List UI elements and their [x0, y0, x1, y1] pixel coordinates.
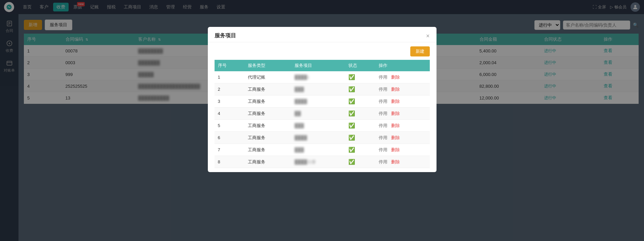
- status-check-icon: ✅: [348, 123, 355, 128]
- modal-body: 新建 序号 服务类型 服务项目 状态 操作 1 代理记账 ████1 ✅: [208, 42, 437, 172]
- modal-close-button[interactable]: ×: [426, 33, 430, 39]
- modal-cell-item: ████: [291, 95, 345, 108]
- modal-col-seq: 序号: [215, 60, 244, 71]
- modal-cell-action[interactable]: 停用 删除: [375, 83, 430, 95]
- delete-button[interactable]: 删除: [391, 123, 400, 128]
- modal-table-row: 8 工商服务 ████注册 ✅ 停用 删除: [215, 156, 430, 168]
- modal-table-row: 7 工商服务 ███ ✅ 停用 删除: [215, 144, 430, 156]
- modal-title: 服务项目: [215, 32, 236, 39]
- modal-cell-status: ✅: [345, 144, 375, 156]
- modal-cell-status: ✅: [345, 108, 375, 120]
- modal-cell-item: ███: [291, 120, 345, 132]
- modal-col-status: 状态: [345, 60, 375, 71]
- modal-cell-seq: 2: [215, 83, 244, 95]
- modal-cell-status: ✅: [345, 71, 375, 83]
- modal-cell-action[interactable]: 停用 删除: [375, 144, 430, 156]
- modal-toolbar: 新建: [215, 46, 430, 56]
- modal-cell-type: 工商服务: [244, 144, 291, 156]
- modal-cell-status: ✅: [345, 120, 375, 132]
- delete-button[interactable]: 删除: [391, 159, 400, 164]
- stop-button[interactable]: 停用: [379, 159, 387, 164]
- modal-cell-type: 工商服务: [244, 132, 291, 144]
- stop-button[interactable]: 停用: [379, 123, 387, 128]
- modal-cell-item: ███: [291, 144, 345, 156]
- modal-table-row: 1 代理记账 ████1 ✅ 停用 删除: [215, 71, 430, 83]
- modal-cell-status: ✅: [345, 83, 375, 95]
- modal-col-type: 服务类型: [244, 60, 291, 71]
- status-check-icon: ✅: [348, 135, 355, 140]
- modal-header: 服务项目 ×: [208, 27, 437, 42]
- modal-col-item: 服务项目: [291, 60, 345, 71]
- modal-cell-action[interactable]: 停用 删除: [375, 156, 430, 168]
- delete-button[interactable]: 删除: [391, 147, 400, 152]
- modal-new-button[interactable]: 新建: [410, 46, 430, 56]
- delete-button[interactable]: 删除: [391, 99, 400, 104]
- modal-table: 序号 服务类型 服务项目 状态 操作 1 代理记账 ████1 ✅ 停用 删除 …: [215, 60, 430, 168]
- modal-cell-seq: 8: [215, 156, 244, 168]
- modal-cell-seq: 5: [215, 120, 244, 132]
- delete-button[interactable]: 删除: [391, 87, 400, 92]
- modal-cell-status: ✅: [345, 95, 375, 108]
- modal-cell-item: ██: [291, 108, 345, 120]
- status-check-icon: ✅: [348, 159, 355, 165]
- modal-table-row: 4 工商服务 ██ ✅ 停用 删除: [215, 108, 430, 120]
- modal-col-action: 操作: [375, 60, 430, 71]
- modal-cell-seq: 6: [215, 132, 244, 144]
- modal-cell-seq: 4: [215, 108, 244, 120]
- modal-table-row: 6 工商服务 ████ ✅ 停用 删除: [215, 132, 430, 144]
- modal-table-row: 2 工商服务 ███ ✅ 停用 删除: [215, 83, 430, 95]
- stop-button[interactable]: 停用: [379, 147, 387, 152]
- modal-table-row: 5 工商服务 ███ ✅ 停用 删除: [215, 120, 430, 132]
- modal-cell-item: ███: [291, 83, 345, 95]
- modal-cell-seq: 3: [215, 95, 244, 108]
- delete-button[interactable]: 删除: [391, 135, 400, 140]
- status-check-icon: ✅: [348, 111, 355, 116]
- stop-button[interactable]: 停用: [379, 99, 387, 104]
- stop-button[interactable]: 停用: [379, 87, 387, 92]
- service-item-modal: 服务项目 × 新建 序号 服务类型 服务项目 状态 操作 1: [208, 27, 437, 172]
- modal-cell-action[interactable]: 停用 删除: [375, 95, 430, 108]
- status-check-icon: ✅: [348, 86, 355, 92]
- status-check-icon: ✅: [348, 147, 355, 153]
- modal-cell-type: 工商服务: [244, 108, 291, 120]
- modal-cell-item: ████注册: [291, 156, 345, 168]
- modal-cell-type: 工商服务: [244, 156, 291, 168]
- status-check-icon: ✅: [348, 74, 355, 80]
- modal-cell-type: 工商服务: [244, 95, 291, 108]
- stop-button[interactable]: 停用: [379, 111, 387, 116]
- modal-cell-type: 工商服务: [244, 120, 291, 132]
- modal-cell-seq: 7: [215, 144, 244, 156]
- modal-cell-type: 代理记账: [244, 71, 291, 83]
- modal-cell-status: ✅: [345, 156, 375, 168]
- modal-cell-action[interactable]: 停用 删除: [375, 132, 430, 144]
- status-check-icon: ✅: [348, 98, 355, 104]
- delete-button[interactable]: 删除: [391, 111, 400, 116]
- modal-cell-item: ████1: [291, 71, 345, 83]
- modal-cell-action[interactable]: 停用 删除: [375, 71, 430, 83]
- modal-cell-action[interactable]: 停用 删除: [375, 108, 430, 120]
- modal-cell-item: ████: [291, 132, 345, 144]
- stop-button[interactable]: 停用: [379, 135, 387, 140]
- modal-cell-action[interactable]: 停用 删除: [375, 120, 430, 132]
- modal-cell-type: 工商服务: [244, 83, 291, 95]
- stop-button[interactable]: 停用: [379, 75, 387, 80]
- modal-overlay[interactable]: 服务项目 × 新建 序号 服务类型 服务项目 状态 操作 1: [0, 0, 644, 241]
- modal-cell-seq: 1: [215, 71, 244, 83]
- modal-table-row: 3 工商服务 ████ ✅ 停用 删除: [215, 95, 430, 108]
- modal-table-header: 序号 服务类型 服务项目 状态 操作: [215, 60, 430, 71]
- delete-button[interactable]: 删除: [391, 75, 400, 80]
- modal-cell-status: ✅: [345, 132, 375, 144]
